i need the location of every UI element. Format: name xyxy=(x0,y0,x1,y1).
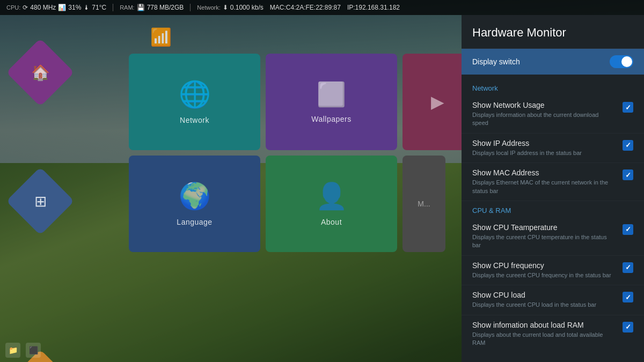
show-network-usage-desc: Displays information about the current d… xyxy=(472,111,616,128)
show-ip-address-title: Show IP Address xyxy=(472,139,616,147)
cpu-ram-section-header: CPU & RAM xyxy=(462,201,644,218)
show-cpu-freq-desc: Displays the cureent CPU frequency in th… xyxy=(472,271,616,279)
cpu-load: 31% xyxy=(68,4,81,11)
show-network-usage-row: Show Network Usage Displays information … xyxy=(462,95,644,134)
about-tile-icon: 👤 xyxy=(316,181,348,211)
home-icon: 🏠 xyxy=(31,64,50,82)
network-section-header: Network xyxy=(462,79,644,95)
network-label: Network: xyxy=(197,4,220,11)
language-tile[interactable]: 🌍 Language xyxy=(129,156,260,252)
network-tile-icon: 🌐 xyxy=(179,79,211,109)
network-icon: ⬇ xyxy=(223,4,228,11)
display-switch-label: Display switch xyxy=(472,57,520,66)
network-tile[interactable]: 🌐 Network xyxy=(129,54,260,150)
cpu-label: CPU: xyxy=(6,4,20,11)
show-mac-address-checkbox[interactable] xyxy=(623,169,633,180)
panel-content: Display switch Network Show Network Usag… xyxy=(462,49,644,362)
show-mac-address-title: Show MAC Address xyxy=(472,168,616,177)
show-cpu-freq-checkbox[interactable] xyxy=(623,262,633,273)
language-tile-label: Language xyxy=(177,218,212,226)
show-cpu-load-row: Show CPU load Displays the cureent CPU l… xyxy=(462,285,644,315)
cpu-freq: 480 MHz xyxy=(30,4,56,11)
divider-1 xyxy=(113,4,113,11)
apps-icon: ⊞ xyxy=(34,193,47,210)
show-network-usage-title: Show Network Usage xyxy=(472,101,616,109)
folder-icon-button[interactable]: 📁 xyxy=(5,343,20,358)
show-cpu-load-checkbox[interactable] xyxy=(623,292,633,302)
ram-icon: 💾 xyxy=(137,4,145,11)
language-tile-icon: 🌍 xyxy=(179,181,211,211)
network-status: Network: ⬇ 0.1000 kb/s MAC:C4:2A:FE:22:8… xyxy=(197,4,400,11)
cpu-icon: ⟳ xyxy=(23,4,28,11)
panel-header: Hardware Monitor xyxy=(462,15,644,49)
cpu-load-icon: 📊 xyxy=(58,4,66,11)
apps-tile[interactable]: ⊞ xyxy=(6,167,74,235)
display-switch-toggle[interactable] xyxy=(610,55,633,68)
cpu-temp: 71°C xyxy=(92,4,106,11)
show-cpu-temp-title: Show CPU Teamperature xyxy=(472,223,616,232)
panel-title: Hardware Monitor xyxy=(472,26,633,40)
settings-tile-inner: ⚙ xyxy=(16,359,64,362)
show-cpu-load-desc: Displays the cureent CPU load in the sta… xyxy=(472,301,616,309)
divider-2 xyxy=(190,4,191,11)
show-network-usage-checkbox[interactable] xyxy=(623,102,633,113)
more-tile-label: M... xyxy=(418,200,430,208)
show-cpu-freq-title: Show CPU frequency xyxy=(472,261,616,270)
show-ip-address-row: Show IP Address Displays local IP addres… xyxy=(462,134,644,163)
settings-diamond-wrapper: ⚙ xyxy=(16,359,64,362)
home-tile-inner: 🏠 xyxy=(16,48,64,97)
more-tile[interactable]: M... xyxy=(402,156,445,252)
about-tile-label: About xyxy=(321,218,342,226)
ram-label: RAM: xyxy=(120,4,135,11)
show-cpu-load-text: Show CPU load Displays the cureent CPU l… xyxy=(472,291,616,309)
wallpapers-tile-icon: ⬜ xyxy=(317,80,346,108)
status-bar: CPU: ⟳ 480 MHz 📊 31% 🌡 71°C RAM: 💾 778 M… xyxy=(0,0,644,15)
show-cpu-freq-text: Show CPU frequency Displays the cureent … xyxy=(472,261,616,279)
show-ip-address-text: Show IP Address Displays local IP addres… xyxy=(472,139,616,157)
bottom-bar: 📁 ⬛ xyxy=(5,343,41,358)
show-cpu-temp-checkbox[interactable] xyxy=(623,224,633,235)
show-ip-address-desc: Displays local IP address in the status … xyxy=(472,149,616,157)
show-cpu-temp-desc: Displays the cureent CPU temperature in … xyxy=(472,233,616,250)
ip-address: IP:192.168.31.182 xyxy=(347,4,400,11)
ram-usage: 778 MB/2GB xyxy=(147,4,184,11)
cpu-temp-icon: 🌡 xyxy=(83,4,90,11)
ram-status: RAM: 💾 778 MB/2GB xyxy=(120,4,184,11)
wifi-area: 📶 xyxy=(150,27,172,47)
wallpapers-tile-label: Wallpapers xyxy=(311,115,352,123)
show-cpu-freq-row: Show CPU frequency Displays the cureent … xyxy=(462,256,644,285)
show-network-usage-text: Show Network Usage Displays information … xyxy=(472,101,616,128)
show-mac-address-text: Show MAC Address Displays Ethernet MAC o… xyxy=(472,168,616,195)
show-ram-info-text: Show infomation about load RAM Displays … xyxy=(472,321,616,348)
show-ram-info-checkbox[interactable] xyxy=(623,322,633,333)
network-tile-label: Network xyxy=(180,116,209,124)
home-tile[interactable]: 🏠 xyxy=(6,38,74,106)
show-ram-info-row: Show infomation about load RAM Displays … xyxy=(462,315,644,353)
show-mac-address-desc: Displays Ethernet MAC of the current net… xyxy=(472,179,616,195)
show-cpu-temp-row: Show CPU Teamperature Displays the curee… xyxy=(462,218,644,256)
home-diamond-wrapper: 🏠 xyxy=(16,48,64,97)
apps-diamond-wrapper: ⊞ xyxy=(16,177,64,225)
wallpapers-tile[interactable]: ⬜ Wallpapers xyxy=(266,54,397,150)
terminal-icon-button[interactable]: ⬛ xyxy=(26,343,41,358)
network-speed: 0.1000 kb/s xyxy=(230,4,264,11)
partial-tile-icon: ▶ xyxy=(431,92,444,112)
apps-tile-inner: ⊞ xyxy=(16,177,64,225)
hardware-monitor-panel: Hardware Monitor Display switch Network … xyxy=(462,15,644,362)
about-tile[interactable]: 👤 About xyxy=(266,156,397,252)
show-cpu-temp-text: Show CPU Teamperature Displays the curee… xyxy=(472,223,616,250)
show-ram-info-desc: Displays about the current load and tota… xyxy=(472,331,616,348)
wifi-icon: 📶 xyxy=(150,27,172,47)
left-diamond-tiles: 🏠 ⊞ ⚙ xyxy=(5,43,64,362)
show-cpu-load-title: Show CPU load xyxy=(472,291,616,299)
mac-address: MAC:C4:2A:FE:22:89:87 xyxy=(270,4,341,11)
cpu-status: CPU: ⟳ 480 MHz 📊 31% 🌡 71°C xyxy=(6,4,106,11)
show-mac-address-row: Show MAC Address Displays Ethernet MAC o… xyxy=(462,163,644,201)
show-ip-address-checkbox[interactable] xyxy=(623,140,633,151)
display-switch-row: Display switch xyxy=(462,49,644,75)
show-ram-info-title: Show infomation about load RAM xyxy=(472,321,616,329)
